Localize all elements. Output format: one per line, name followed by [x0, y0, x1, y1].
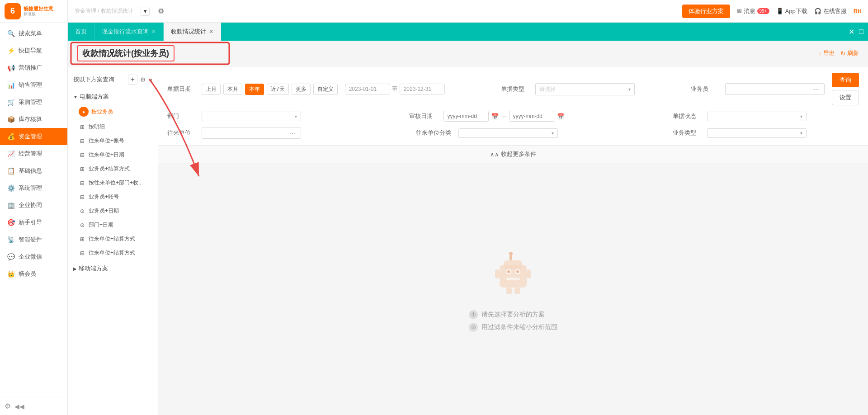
- dept-date-icon: ⊙: [79, 222, 86, 229]
- date-label: 单据日期: [167, 85, 194, 93]
- svg-rect-9: [506, 288, 512, 294]
- review-date-from-input[interactable]: [443, 111, 489, 122]
- menu-item-unit-dept-collection[interactable]: ⊟ 按往来单位+部门+收...: [68, 176, 158, 190]
- results-area: ① 请先选择要分析的方案 ② 用过滤条件来缩小分析范围: [158, 163, 868, 415]
- business-type-select[interactable]: ▾: [707, 128, 807, 138]
- window-close-icon[interactable]: ✕: [849, 28, 854, 36]
- menu-item-unit-settlement2[interactable]: ⊟ 往来单位+结算方式: [68, 246, 158, 260]
- date-to-input[interactable]: [400, 84, 445, 94]
- sidebar-item-smarthw[interactable]: 📡 智能硬件: [0, 231, 67, 248]
- scheme-settings-icon[interactable]: ⚙: [140, 76, 146, 83]
- action-buttons: 查询 设置: [832, 73, 859, 105]
- panel-header: 按以下方案查询 + ⚙ «: [68, 71, 158, 88]
- menu-item-unit-date[interactable]: ⊟ 往来单位+日期: [68, 148, 158, 162]
- settings-gear-icon[interactable]: ⚙: [158, 7, 164, 15]
- sidebar-item-quicknav[interactable]: ⚡ 快捷导航: [0, 42, 67, 59]
- counterpart-select[interactable]: ···: [202, 127, 301, 139]
- svg-rect-7: [495, 269, 500, 278]
- refresh-button[interactable]: ↻ 刷新: [840, 49, 859, 57]
- date-separator: 至: [392, 85, 398, 93]
- doc-type-select[interactable]: 请选择 ▾: [535, 83, 635, 95]
- sidebar-item-marketing[interactable]: 📢 营销推广: [0, 59, 67, 76]
- sidebar-item-guide[interactable]: 🎯 新手引导: [0, 214, 67, 231]
- date-btn-this-month[interactable]: 本月: [223, 84, 242, 95]
- tab-collection-stats-close[interactable]: ✕: [209, 28, 213, 35]
- review-date-input-group: 📅 — 📅: [443, 111, 565, 122]
- collapse-button[interactable]: ∧∧ 收起更多条件: [490, 150, 536, 158]
- query-button[interactable]: 查询: [832, 73, 859, 87]
- sidebar-item-search[interactable]: 🔍 搜索菜单: [0, 25, 67, 42]
- menu-item-by-detail[interactable]: ⊞ 按明细: [68, 120, 158, 134]
- sidebar-item-operation[interactable]: 📈 经营管理: [0, 145, 67, 162]
- date-btn-last-month[interactable]: 上月: [202, 84, 221, 95]
- hint-item-1: ① 请先选择要分析的方案: [469, 310, 557, 319]
- export-button[interactable]: ↑ 导出: [819, 49, 835, 57]
- hardware-icon: 📡: [7, 236, 15, 244]
- detail-icon: ⊞: [79, 123, 86, 131]
- logo-text: 畅捷通好生意 标准版: [24, 5, 53, 17]
- collapse-bar[interactable]: ∧∧ 收起更多条件: [158, 146, 868, 163]
- menu-item-salesperson-account[interactable]: ⊟ 业务员+账号: [68, 190, 158, 204]
- logo-area: 6 畅捷通好生意 标准版: [0, 0, 67, 23]
- settings-button[interactable]: 设置: [832, 90, 859, 105]
- sidebar-item-purchase[interactable]: 🛒 采购管理: [0, 94, 67, 111]
- date-btn-custom[interactable]: 自定义: [313, 84, 338, 95]
- trial-button[interactable]: 体验行业方案: [682, 5, 730, 18]
- counterpart-category-select[interactable]: ▾: [458, 128, 558, 138]
- review-date-calendar-icon2[interactable]: 📅: [557, 113, 564, 120]
- counterpart-dots[interactable]: ···: [290, 129, 295, 137]
- menu-item-unit-settlement1[interactable]: ⊞ 往来单位+结算方式: [68, 232, 158, 246]
- app-download-button[interactable]: 📱 App下载: [776, 7, 807, 15]
- tab-collection-stats[interactable]: 收款情况统计 ✕: [164, 23, 221, 41]
- doc-status-select[interactable]: ▾: [707, 112, 807, 121]
- sidebar-item-member[interactable]: 👑 畅会员: [0, 265, 67, 283]
- dropdown-arrow[interactable]: ▾: [141, 7, 150, 16]
- sidebar-item-inventory[interactable]: 📦 库存核算: [0, 111, 67, 128]
- sidebar-item-wechat[interactable]: 💬 企业微信: [0, 248, 67, 265]
- sidebar-item-sales[interactable]: 📊 销售管理: [0, 76, 67, 94]
- messages-button[interactable]: ✉ 消息 99+: [737, 7, 769, 15]
- desktop-section: ▼ 电脑端方案 ● 按业务员 ⊞ 按明细 ⊟: [68, 90, 158, 260]
- add-scheme-icon[interactable]: +: [128, 75, 137, 85]
- date-input-group: 至: [345, 84, 445, 94]
- menu-item-dept-date[interactable]: ⊙ 部门+日期: [68, 218, 158, 232]
- menu-item-salesperson-settlement[interactable]: ⊞ 业务员+结算方式: [68, 162, 158, 176]
- menu-item-by-salesperson[interactable]: ● 按业务员: [68, 104, 158, 120]
- mobile-section: ▶ 移动端方案: [68, 262, 158, 275]
- sidebar-item-baseinfo[interactable]: 📋 基础信息: [0, 162, 67, 179]
- unit-dept-icon: ⊟: [79, 179, 86, 187]
- date-btn-this-year[interactable]: 本年: [245, 84, 264, 95]
- user-avatar[interactable]: Rit: [854, 8, 861, 14]
- window-maximize-icon[interactable]: □: [859, 28, 863, 36]
- purchase-icon: 🛒: [7, 98, 15, 106]
- date-btn-last7[interactable]: 近7天: [267, 84, 289, 95]
- salesperson-label: 业务员: [691, 85, 718, 93]
- date-btn-more[interactable]: 更多: [292, 84, 311, 95]
- review-date-calendar-icon1[interactable]: 📅: [491, 113, 499, 120]
- date-preset-group: 上月 本月 本年 近7天 更多 自定义: [202, 84, 338, 95]
- flash-icon: ⚡: [7, 47, 15, 55]
- main-area: 资金管理 / 收款情况统计 ▾ ⚙ 体验行业方案 ✉ 消息 99+ 📱 App下…: [68, 0, 868, 415]
- sidebar-item-finance[interactable]: 💰 资金管理: [0, 128, 67, 145]
- salesperson-select[interactable]: ···: [725, 83, 825, 95]
- svg-rect-10: [514, 288, 520, 294]
- footer-settings-icon[interactable]: ⚙: [5, 402, 11, 410]
- panel-collapse-icon[interactable]: «: [149, 76, 152, 83]
- footer-collapse-icon[interactable]: ◀◀: [14, 403, 24, 410]
- tab-home[interactable]: 首页: [68, 23, 94, 41]
- date-from-input[interactable]: [345, 84, 390, 94]
- tab-bank-flow[interactable]: 现金银行流水查询 ✕: [94, 23, 164, 41]
- sidebar-item-system[interactable]: ⚙️ 系统管理: [0, 179, 67, 197]
- sidebar-item-enterprise[interactable]: 🏢 企业协同: [0, 197, 67, 214]
- salesperson-dots[interactable]: ···: [813, 85, 819, 93]
- mobile-section-title[interactable]: ▶ 移动端方案: [68, 262, 158, 275]
- review-date-to-input[interactable]: [509, 111, 554, 122]
- menu-item-unit-account[interactable]: ⊟ 往来单位+账号: [68, 134, 158, 148]
- dept-select[interactable]: ▾: [202, 112, 301, 121]
- online-service-button[interactable]: 🎧 在线客服: [814, 7, 847, 15]
- counterpart-label: 往来单位: [167, 129, 194, 137]
- desktop-section-title[interactable]: ▼ 电脑端方案: [68, 90, 158, 104]
- menu-item-salesperson-date[interactable]: ⊙ 业务员+日期: [68, 204, 158, 218]
- salesperson-settlement-icon: ⊞: [79, 165, 86, 173]
- tab-bank-flow-close[interactable]: ✕: [151, 28, 156, 35]
